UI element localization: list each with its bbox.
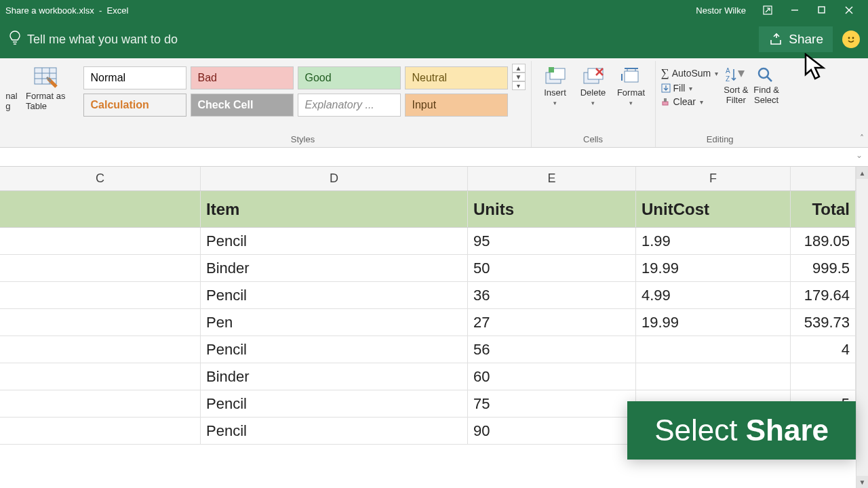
style-explanatory[interactable]: Explanatory ... xyxy=(298,94,401,117)
callout-bold: Share xyxy=(746,413,829,447)
share-button[interactable]: Share xyxy=(759,26,833,52)
sort-filter-button[interactable]: AZ Sort & Filter xyxy=(724,64,748,106)
col-header-c[interactable]: C xyxy=(0,167,201,190)
header-total[interactable]: Total xyxy=(791,191,856,227)
styles-group-label: Styles xyxy=(81,131,526,146)
share-label: Share xyxy=(789,32,823,47)
cell[interactable]: 27 xyxy=(468,309,636,336)
header-unitcost[interactable]: UnitCost xyxy=(636,191,791,227)
vertical-scrollbar[interactable]: ▲ ▼ xyxy=(856,167,868,488)
cell[interactable] xyxy=(0,390,201,417)
maximize-button[interactable] xyxy=(808,0,835,20)
col-header-e[interactable]: E xyxy=(468,167,636,190)
style-neutral[interactable]: Neutral xyxy=(405,66,508,89)
editing-group: ∑AutoSum▾ Fill▾ Clear▾ AZ Sort & Filter … xyxy=(656,61,785,147)
table-row: Binder5019.99999.5 xyxy=(0,255,868,282)
cell[interactable] xyxy=(0,282,201,308)
format-as-table-button[interactable]: Format as Table xyxy=(22,64,70,113)
column-headers: C D E F xyxy=(0,167,868,191)
scroll-down-icon[interactable]: ▼ xyxy=(856,476,868,488)
svg-line-29 xyxy=(767,77,772,81)
cell[interactable]: 4 xyxy=(791,336,856,363)
cell[interactable]: 56 xyxy=(468,336,636,363)
feedback-smiley-icon[interactable] xyxy=(842,30,860,48)
col-header-g[interactable] xyxy=(791,167,856,190)
cell[interactable] xyxy=(0,255,201,281)
cell[interactable]: 4.99 xyxy=(636,282,791,308)
cell[interactable] xyxy=(0,363,201,390)
cell[interactable]: 36 xyxy=(468,282,636,308)
svg-rect-25 xyxy=(664,98,667,102)
col-header-d[interactable]: D xyxy=(201,167,468,190)
header-item[interactable]: Item xyxy=(201,191,468,227)
cell[interactable]: 1.99 xyxy=(636,228,791,254)
cell[interactable]: Pen xyxy=(201,309,468,336)
style-good[interactable]: Good xyxy=(298,66,401,89)
ribbon-display-options-icon[interactable] xyxy=(754,0,781,20)
account-name[interactable]: Nestor Wilke xyxy=(696,5,746,16)
cell[interactable]: 999.5 xyxy=(791,255,856,281)
style-normal[interactable]: Normal xyxy=(83,66,186,89)
cell[interactable] xyxy=(636,363,791,390)
style-calculation[interactable]: Calculation xyxy=(83,94,186,117)
style-check-cell[interactable]: Check Cell xyxy=(191,94,294,117)
lightbulb-icon xyxy=(8,30,22,49)
scroll-up-icon[interactable]: ▲ xyxy=(856,167,868,179)
find-select-button[interactable]: Find & Select xyxy=(753,64,779,106)
cells-group: Insert▾ Delete▾ Format▾ Cells xyxy=(532,61,656,147)
expand-formula-bar-icon[interactable]: ⌄ xyxy=(856,150,863,160)
cell[interactable] xyxy=(0,418,201,444)
cell[interactable]: Binder xyxy=(201,363,468,390)
fill-button[interactable]: Fill▾ xyxy=(661,83,719,94)
tell-me-input[interactable]: Tell me what you want to do xyxy=(27,33,178,47)
header-units[interactable]: Units xyxy=(468,191,636,227)
cell[interactable] xyxy=(0,228,201,254)
cell[interactable]: 179.64 xyxy=(791,282,856,308)
style-bad[interactable]: Bad xyxy=(191,66,294,89)
svg-point-28 xyxy=(759,68,768,78)
gallery-scroll[interactable]: ▲ ▼ ▾ xyxy=(512,64,526,90)
cell[interactable] xyxy=(791,363,856,390)
cell[interactable] xyxy=(636,336,791,363)
cell[interactable]: 539.73 xyxy=(791,309,856,336)
formula-bar[interactable]: ⌄ xyxy=(0,148,868,167)
col-header-f[interactable]: F xyxy=(636,167,791,190)
cell[interactable]: Pencil xyxy=(201,390,468,417)
cell[interactable]: Pencil xyxy=(201,418,468,444)
cell[interactable] xyxy=(0,336,201,363)
window-title: Share a workbook.xlsx - Excel xyxy=(5,5,128,16)
insert-button[interactable]: Insert▾ xyxy=(537,64,574,109)
cell-styles-gallery[interactable]: Normal Bad Good Neutral Calculation Chec… xyxy=(81,64,511,119)
table-row: Binder60 xyxy=(0,363,868,390)
minimize-button[interactable] xyxy=(781,0,808,20)
gallery-up-icon[interactable]: ▲ xyxy=(512,64,526,73)
cell[interactable]: 189.05 xyxy=(791,228,856,254)
conditional-formatting-button[interactable]: nal g xyxy=(1,64,22,113)
cell[interactable]: Pencil xyxy=(201,228,468,254)
style-input[interactable]: Input xyxy=(405,94,508,117)
svg-rect-24 xyxy=(663,102,668,105)
collapse-ribbon-icon[interactable]: ˄ xyxy=(860,134,864,143)
gallery-more-icon[interactable]: ▾ xyxy=(512,81,526,90)
cell[interactable]: 19.99 xyxy=(636,255,791,281)
cell[interactable]: Pencil xyxy=(201,282,468,308)
cell[interactable]: 95 xyxy=(468,228,636,254)
cell[interactable]: Binder xyxy=(201,255,468,281)
delete-button[interactable]: Delete▾ xyxy=(575,64,612,109)
cell[interactable] xyxy=(0,309,201,336)
cell[interactable]: 75 xyxy=(468,390,636,417)
close-button[interactable] xyxy=(835,0,863,20)
cell[interactable]: 60 xyxy=(468,363,636,390)
cell[interactable]: 19.99 xyxy=(636,309,791,336)
cell[interactable]: 50 xyxy=(468,255,636,281)
format-button[interactable]: Format▾ xyxy=(613,64,650,109)
cell[interactable]: Pencil xyxy=(201,336,468,363)
table-row: Pencil564 xyxy=(0,336,868,363)
cells-group-label: Cells xyxy=(537,131,650,146)
styles-group: Normal Bad Good Neutral Calculation Chec… xyxy=(75,61,532,147)
cell[interactable]: 90 xyxy=(468,418,636,444)
clear-button[interactable]: Clear▾ xyxy=(661,96,719,107)
gallery-down-icon[interactable]: ▼ xyxy=(512,73,526,81)
svg-text:A: A xyxy=(726,67,730,75)
autosum-button[interactable]: ∑AutoSum▾ xyxy=(661,66,719,80)
